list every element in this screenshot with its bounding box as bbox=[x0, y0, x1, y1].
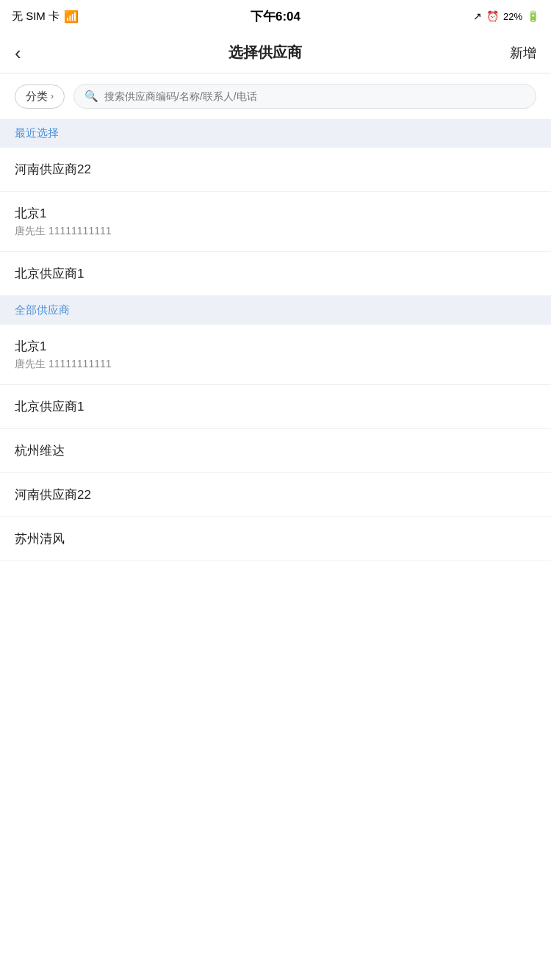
battery-icon: 🔋 bbox=[527, 10, 539, 22]
item-name: 河南供应商22 bbox=[15, 486, 536, 503]
supplier-list: 最近选择河南供应商22北京1唐先生 11111111111北京供应商1全部供应商… bbox=[0, 119, 551, 561]
location-icon: ↗ bbox=[473, 10, 482, 22]
search-input[interactable] bbox=[104, 90, 525, 102]
item-name: 苏州清风 bbox=[15, 530, 536, 547]
battery-label: 22% bbox=[503, 11, 522, 22]
item-name: 北京供应商1 bbox=[15, 398, 536, 415]
item-name: 北京供应商1 bbox=[15, 265, 536, 282]
section-header-all: 全部供应商 bbox=[0, 296, 551, 325]
status-left: 无 SIM 卡 📶 bbox=[12, 10, 79, 24]
item-name: 杭州维达 bbox=[15, 442, 536, 459]
item-name: 北京1 bbox=[15, 205, 536, 222]
item-name: 河南供应商22 bbox=[15, 161, 536, 178]
list-item[interactable]: 杭州维达 bbox=[0, 429, 551, 473]
item-sub: 唐先生 11111111111 bbox=[15, 225, 536, 238]
filter-bar: 分类 › 🔍 bbox=[0, 73, 551, 119]
back-button[interactable]: ‹ bbox=[15, 43, 21, 62]
list-item[interactable]: 北京1唐先生 11111111111 bbox=[0, 325, 551, 385]
search-box: 🔍 bbox=[73, 84, 536, 109]
category-button[interactable]: 分类 › bbox=[15, 84, 65, 109]
item-name: 北京1 bbox=[15, 338, 536, 355]
list-item[interactable]: 河南供应商22 bbox=[0, 148, 551, 192]
list-item[interactable]: 北京1唐先生 11111111111 bbox=[0, 192, 551, 252]
sim-label: 无 SIM 卡 bbox=[12, 10, 60, 24]
search-icon: 🔍 bbox=[84, 90, 98, 103]
page-title: 选择供应商 bbox=[228, 43, 302, 62]
category-label: 分类 bbox=[26, 90, 48, 104]
chevron-right-icon: › bbox=[51, 91, 54, 101]
list-item[interactable]: 河南供应商22 bbox=[0, 473, 551, 517]
add-button[interactable]: 新增 bbox=[510, 44, 536, 62]
item-sub: 唐先生 11111111111 bbox=[15, 358, 536, 371]
alarm-icon: ⏰ bbox=[486, 10, 499, 22]
wifi-icon: 📶 bbox=[64, 10, 79, 24]
status-bar: 无 SIM 卡 📶 下午6:04 ↗ ⏰ 22% 🔋 bbox=[0, 0, 551, 32]
status-time: 下午6:04 bbox=[251, 8, 300, 25]
nav-bar: ‹ 选择供应商 新增 bbox=[0, 32, 551, 73]
list-item[interactable]: 北京供应商1 bbox=[0, 252, 551, 296]
list-item[interactable]: 北京供应商1 bbox=[0, 385, 551, 429]
list-item[interactable]: 苏州清风 bbox=[0, 517, 551, 561]
status-right: ↗ ⏰ 22% 🔋 bbox=[473, 10, 539, 22]
section-header-recent: 最近选择 bbox=[0, 119, 551, 148]
